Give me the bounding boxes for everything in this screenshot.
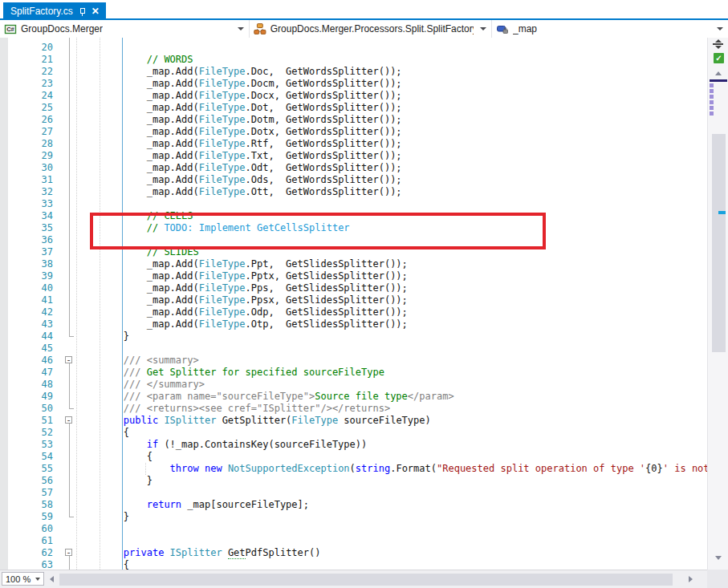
code-line[interactable]: 33 (0, 198, 707, 210)
code-line[interactable]: 55 throw new NotSupportedException(strin… (0, 463, 707, 475)
line-number: 24 (0, 90, 53, 102)
code-editor[interactable]: 2021 // WORDS22 _map.Add(FileType.Doc, G… (0, 38, 707, 570)
close-icon[interactable]: ✕ (92, 6, 100, 16)
fold-toggle[interactable]: - (65, 416, 72, 424)
code-line[interactable]: 30 _map.Add(FileType.Odt, GetWordsSplitt… (0, 162, 707, 174)
code-text: _map.Add(FileType.Otp, GetSlidesSplitter… (77, 318, 408, 330)
chevron-down-icon (238, 27, 244, 30)
code-line[interactable]: 31 _map.Add(FileType.Ods, GetWordsSplitt… (0, 174, 707, 186)
line-number: 31 (0, 174, 53, 186)
chevron-down-icon (35, 578, 40, 581)
horizontal-scrollbar[interactable]: 100 % (0, 570, 707, 588)
fold-toggle[interactable]: - (65, 356, 72, 363)
line-number: 50 (0, 403, 53, 415)
line-number: 43 (0, 318, 53, 330)
code-line[interactable]: 58 return _map[sourceFileType]; (0, 499, 707, 511)
code-line[interactable]: 57 (0, 487, 707, 499)
vs-editor-window: SplitFactory.cs ✕ C# GroupDocs.Merger Gr… (0, 0, 728, 588)
code-line[interactable]: 29 _map.Add(FileType.Txt, GetWordsSplitt… (0, 150, 707, 162)
project-dropdown[interactable]: C# GroupDocs.Merger (0, 20, 249, 38)
code-line[interactable]: 23 _map.Add(FileType.Docm, GetWordsSplit… (0, 78, 707, 90)
pin-icon[interactable] (79, 7, 86, 17)
code-line[interactable]: 49 /// <param name="sourceFileType">Sour… (0, 391, 707, 403)
code-text: _map.Add(FileType.Odp, GetSlidesSplitter… (77, 306, 408, 318)
code-text: /// <summary> (77, 355, 199, 367)
line-number: 35 (0, 222, 53, 234)
horizontal-scroll-thumb[interactable] (59, 574, 673, 586)
line-number: 38 (0, 258, 53, 270)
code-line[interactable]: 24 _map.Add(FileType.Docx, GetWordsSplit… (0, 90, 707, 102)
code-text: { (77, 451, 153, 463)
scroll-right-arrow[interactable] (689, 576, 693, 582)
code-line[interactable]: 27 _map.Add(FileType.Dotx, GetWordsSplit… (0, 126, 707, 138)
member-name: _map (513, 23, 537, 34)
code-line[interactable]: 51- public ISplitter GetSplitter(FileTyp… (0, 415, 707, 427)
fold-toggle[interactable]: - (65, 549, 72, 556)
code-line[interactable]: 61 (0, 535, 707, 547)
line-number: 41 (0, 294, 53, 306)
line-number: 22 (0, 66, 53, 78)
code-line[interactable]: 39 _map.Add(FileType.Pptx, GetSlidesSpli… (0, 270, 707, 282)
code-line[interactable]: 40 _map.Add(FileType.Pps, GetSlidesSplit… (0, 282, 707, 294)
scroll-left-arrow[interactable] (50, 576, 54, 582)
code-text: _map.Add(FileType.Dot, GetWordsSplitter(… (77, 102, 402, 114)
code-line[interactable]: 21 // WORDS (0, 54, 707, 66)
csharp-project-icon: C# (4, 22, 17, 35)
line-number: 27 (0, 126, 53, 138)
code-line[interactable]: 62- private ISplitter GetPdfSplitter() (0, 547, 707, 559)
code-line[interactable]: 53 if (!_map.ContainsKey(sourceFileType)… (0, 439, 707, 451)
code-line[interactable]: 26 _map.Add(FileType.Dotm, GetWordsSplit… (0, 114, 707, 126)
code-text: _map.Add(FileType.Pps, GetSlidesSplitter… (77, 282, 408, 294)
code-text: _map.Add(FileType.Ppsx, GetSlidesSplitte… (77, 294, 408, 306)
code-text: if (!_map.ContainsKey(sourceFileType)) (77, 439, 367, 451)
code-line[interactable]: 44 } (0, 330, 707, 343)
line-number: 47 (0, 367, 53, 379)
caret-position-marker (710, 79, 727, 82)
line-number: 23 (0, 78, 53, 90)
code-line[interactable]: 38 _map.Add(FileType.Ppt, GetSlidesSplit… (0, 258, 707, 270)
code-line[interactable]: 43 _map.Add(FileType.Otp, GetSlidesSplit… (0, 318, 707, 330)
code-line[interactable]: 22 _map.Add(FileType.Doc, GetWordsSplitt… (0, 66, 707, 78)
scroll-down-arrow[interactable] (715, 556, 722, 560)
split-window-grip-icon[interactable] (712, 39, 724, 51)
file-status-check-icon[interactable]: ✓ (714, 53, 724, 63)
class-icon (254, 22, 266, 35)
member-dropdown[interactable]: _map (491, 20, 728, 38)
code-line[interactable]: 46- /// <summary> (0, 355, 707, 367)
chevron-down-icon (717, 27, 723, 30)
line-number: 20 (0, 42, 53, 54)
tab-splitfactory[interactable]: SplitFactory.cs ✕ (3, 2, 106, 20)
code-line[interactable]: 50 /// <returns><see cref="ISplitter"/><… (0, 403, 707, 415)
code-line[interactable]: 45 (0, 343, 707, 355)
code-line[interactable]: 60 (0, 523, 707, 535)
vertical-scrollbar[interactable]: ✓ (707, 38, 728, 570)
code-line[interactable]: 20 (0, 42, 707, 54)
line-number: 45 (0, 343, 53, 355)
code-line[interactable]: 59 } (0, 511, 707, 523)
line-number: 33 (0, 198, 53, 210)
code-line[interactable]: 42 _map.Add(FileType.Odp, GetSlidesSplit… (0, 306, 707, 318)
code-line[interactable]: 47 /// Get Splitter for specified source… (0, 367, 707, 379)
change-marker (710, 83, 714, 87)
code-line[interactable]: 52 { (0, 427, 707, 439)
line-number: 28 (0, 138, 53, 150)
code-line[interactable]: 32 _map.Add(FileType.Ott, GetWordsSplitt… (0, 186, 707, 198)
code-line[interactable]: 63 { (0, 559, 707, 570)
type-dropdown[interactable]: GroupDocs.Merger.Processors.Split.SplitF… (249, 20, 491, 38)
line-number: 57 (0, 487, 53, 499)
scroll-up-arrow[interactable] (715, 71, 722, 75)
code-line[interactable]: 28 _map.Add(FileType.Rtf, GetWordsSplitt… (0, 138, 707, 150)
code-line[interactable]: 54 { (0, 451, 707, 463)
field-icon (496, 22, 509, 35)
line-number: 42 (0, 306, 53, 318)
vertical-scroll-thumb[interactable] (712, 134, 726, 352)
zoom-select[interactable]: 100 % (2, 572, 44, 586)
line-number: 63 (0, 559, 53, 570)
code-line[interactable]: 48 /// </summary> (0, 379, 707, 391)
line-number: 48 (0, 379, 53, 391)
code-line[interactable]: 56 } (0, 475, 707, 487)
code-line[interactable]: 41 _map.Add(FileType.Ppsx, GetSlidesSpli… (0, 294, 707, 306)
code-line[interactable]: 25 _map.Add(FileType.Dot, GetWordsSplitt… (0, 102, 707, 114)
zoom-value: 100 % (6, 574, 31, 584)
line-number: 62 (0, 547, 53, 559)
